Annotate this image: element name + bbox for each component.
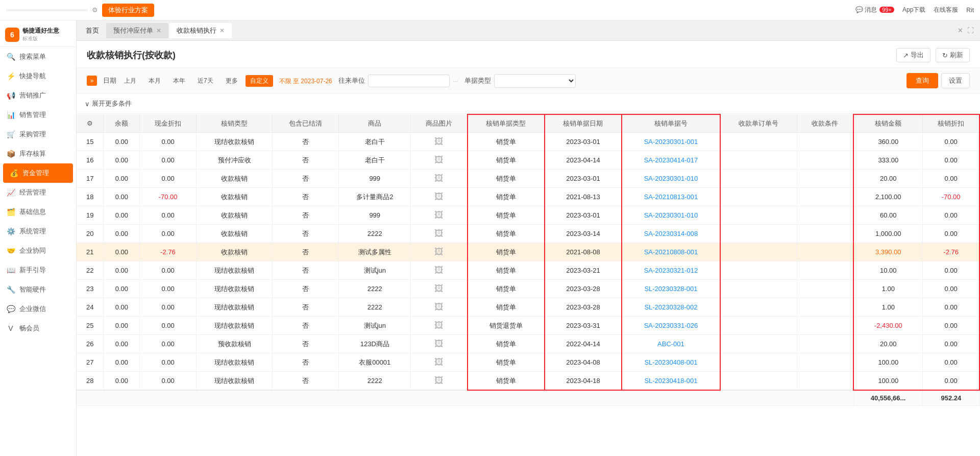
refresh-btn[interactable]: ↻ 刷新 — [936, 48, 970, 62]
cell-bill-date: 2023-03-01 — [545, 206, 622, 225]
cell-type: 现结收款核销 — [196, 133, 273, 151]
filter-more-date[interactable]: 更多 — [221, 75, 242, 87]
cell-seq: 25 — [77, 317, 104, 335]
maximize-icon[interactable]: ⛶ — [967, 27, 974, 34]
sidebar-item-13[interactable]: 💬企业微信 — [0, 299, 76, 319]
sidebar-item-4[interactable]: 🛒采购管理 — [0, 125, 76, 144]
export-btn[interactable]: ↗ 导出 — [896, 48, 930, 62]
tab1-close-icon[interactable]: ✕ — [156, 27, 161, 34]
nav-icon-7: 📈 — [6, 188, 15, 197]
tab-home[interactable]: 首页 — [79, 23, 106, 38]
nav-icon-12: 🔧 — [6, 285, 15, 294]
close-all-icon[interactable]: ✕ — [958, 27, 963, 34]
filter-custom[interactable]: 自定义 — [246, 75, 273, 87]
cell-balance: 0.00 — [104, 317, 140, 335]
cell-balance: 0.00 — [104, 261, 140, 280]
top-search[interactable] — [6, 9, 88, 11]
online-service-btn[interactable]: 在线客服 — [934, 6, 958, 14]
partner-input[interactable] — [368, 75, 450, 87]
gear-icon[interactable]: ⚙ — [92, 6, 98, 14]
cell-order-no — [720, 298, 797, 317]
cell-balance: 0.00 — [104, 206, 140, 225]
cell-discount: 0.00 — [140, 225, 196, 243]
sidebar-item-5[interactable]: 📦库存核算 — [0, 144, 76, 163]
cell-disc-field: 0.00 — [923, 133, 979, 151]
filter-this-month[interactable]: 本月 — [144, 75, 165, 87]
export-icon: ↗ — [903, 52, 909, 59]
query-btn[interactable]: 查询 — [906, 73, 938, 88]
filter-this-year[interactable]: 本年 — [168, 75, 190, 87]
sidebar-item-1[interactable]: ⚡快捷导航 — [0, 66, 76, 86]
message-btn[interactable]: 💬 消息 99+ — [855, 6, 894, 14]
cell-order-no — [720, 206, 797, 225]
cell-bill-type: 销货单 — [468, 280, 545, 298]
table-row: 28 0.00 0.00 现结收款核销 否 2222 🖼 销货单 2023-04… — [77, 372, 979, 391]
sidebar-item-10[interactable]: 🤝企业协同 — [0, 241, 76, 260]
app-download-btn[interactable]: App下载 — [902, 6, 925, 14]
sidebar-item-12[interactable]: 🔧智能硬件 — [0, 280, 76, 299]
cell-order-no — [720, 353, 797, 372]
tab-writeoff[interactable]: 收款核销执行 ✕ — [169, 23, 232, 38]
cell-type: 收款核销 — [196, 243, 273, 261]
filter-last-month[interactable]: 上月 — [119, 75, 141, 87]
nav-icon-10: 🤝 — [6, 247, 15, 255]
sidebar-item-8[interactable]: 🗂️基础信息 — [0, 202, 76, 222]
sidebar-logo: 6 畅捷通好生意 标准版 — [0, 20, 76, 47]
tab-prepay[interactable]: 预付冲应付单 ✕ — [106, 23, 168, 38]
cell-settled: 否 — [273, 298, 339, 317]
cell-amount: 333.00 — [853, 151, 923, 170]
tab-bar-actions: ✕ ⛶ — [958, 27, 978, 34]
cell-payment-cond — [797, 188, 853, 206]
cell-seq: 21 — [77, 243, 104, 261]
cell-settled: 否 — [273, 225, 339, 243]
settings-btn[interactable]: 设置 — [941, 73, 970, 88]
table-row: 20 0.00 0.00 收款核销 否 2222 🖼 销货单 2023-03-1… — [77, 225, 979, 243]
cell-img: 🖼 — [411, 206, 468, 225]
cell-img: 🖼 — [411, 243, 468, 261]
expand-more-btn[interactable]: ∨ 展开更多条件 — [80, 97, 977, 110]
sidebar-item-2[interactable]: 📢营销推广 — [0, 86, 76, 105]
cell-balance: 0.00 — [104, 170, 140, 188]
sidebar-item-9[interactable]: ⚙️系统管理 — [0, 222, 76, 241]
cell-discount: 0.00 — [140, 133, 196, 151]
cell-order-no — [720, 133, 797, 151]
sidebar-item-0[interactable]: 🔍搜索菜单 — [0, 47, 76, 66]
cell-bill-date: 2023-03-21 — [545, 261, 622, 280]
cell-goods: 2222 — [339, 225, 411, 243]
industry-btn[interactable]: 体验行业方案 — [102, 4, 154, 17]
filter-7days[interactable]: 近7天 — [193, 75, 218, 87]
layout: 6 畅捷通好生意 标准版 🔍搜索菜单⚡快捷导航📢营销推广📊销售管理🛒采购管理📦库… — [0, 20, 980, 456]
cell-payment-cond — [797, 133, 853, 151]
cell-amount: 20.00 — [853, 170, 923, 188]
cell-goods: 999 — [339, 170, 411, 188]
table-row: 26 0.00 0.00 预收款核销 否 123D商品 🖼 销货单 2022-0… — [77, 335, 979, 353]
toggle-filter-icon[interactable]: » — [87, 76, 97, 86]
cell-discount: -70.00 — [140, 188, 196, 206]
table-row: 15 0.00 0.00 现结收款核销 否 老白干 🖼 销货单 2023-03-… — [77, 133, 979, 151]
sidebar-item-6[interactable]: 💰资金管理 — [3, 163, 73, 183]
refresh-icon: ↻ — [942, 52, 948, 59]
cell-settled: 否 — [273, 261, 339, 280]
cell-payment-cond — [797, 372, 853, 391]
col-settings[interactable]: ⚙ — [77, 114, 104, 133]
tab2-close-icon[interactable]: ✕ — [219, 27, 225, 34]
sidebar-item-3[interactable]: 📊销售管理 — [0, 105, 76, 125]
nav-label-6: 资金管理 — [22, 169, 49, 178]
table-body: 15 0.00 0.00 现结收款核销 否 老白干 🖼 销货单 2023-03-… — [77, 133, 979, 391]
cell-seq: 23 — [77, 280, 104, 298]
cell-discount: 0.00 — [140, 372, 196, 391]
table-header-row: ⚙ 余额 现金折扣 核销类型 包含已结清 商品 商品图片 核销单据类型 核销单据… — [77, 114, 979, 133]
sidebar-item-11[interactable]: 📖新手引导 — [0, 260, 76, 280]
cell-order-no — [720, 317, 797, 335]
cell-balance: 0.00 — [104, 225, 140, 243]
cell-seq: 17 — [77, 170, 104, 188]
bill-type-select[interactable] — [494, 74, 576, 88]
cell-settled: 否 — [273, 188, 339, 206]
cell-order-no — [720, 280, 797, 298]
cell-disc-field: 0.00 — [923, 225, 979, 243]
col-writeoff-type: 核销类型 — [196, 114, 273, 133]
cell-amount: 360.00 — [853, 133, 923, 151]
sidebar-item-7[interactable]: 📈经营管理 — [0, 183, 76, 202]
sidebar-item-14[interactable]: V畅会员 — [0, 319, 76, 338]
cell-bill-no: SA-20230301-010 — [622, 170, 720, 188]
